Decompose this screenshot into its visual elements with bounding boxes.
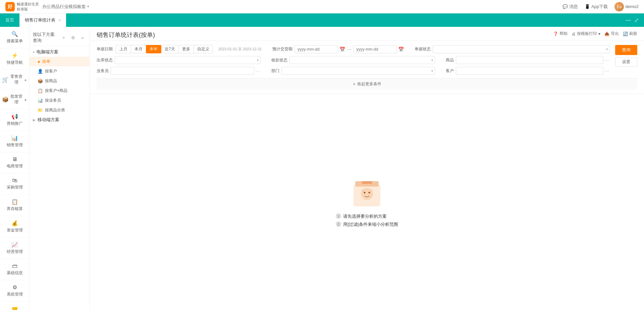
sidebar-item-marketing[interactable]: 📢 营销推广 — [0, 109, 29, 131]
receipt-status-select-wrap: ▾ — [289, 56, 435, 64]
help-btn[interactable]: ❓ 帮助 — [553, 31, 568, 37]
sidebar-item-finance[interactable]: 💰 资金管理 — [0, 216, 29, 238]
date-to-input[interactable] — [353, 45, 397, 53]
date-tab-this-year[interactable]: 本年 — [146, 45, 161, 53]
empty-tips: 1 请先选择要分析的方案 2 用[过滤]条件来缩小分析范围 — [336, 213, 398, 229]
scheme-by-salesman-icon: 📊 — [38, 98, 43, 103]
query-btn[interactable]: 查询 — [615, 45, 637, 55]
help-icon: ❓ — [553, 32, 558, 36]
refresh-btn[interactable]: 🔄 刷新 — [623, 31, 637, 37]
cal-from-icon[interactable]: 📅 — [339, 47, 345, 52]
panel-collapse-btn[interactable]: « — [79, 34, 86, 41]
search-menu-icon: 🔍 — [11, 31, 18, 37]
settings-btn[interactable]: 设置 — [615, 57, 637, 67]
app-title-area[interactable]: 办公用品行业模拟账套 ▾ — [42, 4, 89, 10]
out-status-select-wrap: ▾ — [115, 56, 261, 64]
sidebar-item-sales[interactable]: 📊 销售管理 — [0, 131, 29, 152]
maximize-icon[interactable]: ⤢ — [634, 17, 639, 23]
app-download-action[interactable]: 📱 App下载 — [585, 4, 608, 10]
order-status-select[interactable] — [433, 45, 610, 53]
collapse-text: 收起更多条件 — [357, 82, 381, 86]
out-status-select[interactable] — [115, 56, 261, 64]
mobile-section-title[interactable]: ▶ 移动端方案 — [30, 115, 90, 124]
sidebar-item-ecommerce[interactable]: 🖥 电商管理 — [0, 152, 29, 173]
salesman-input[interactable] — [111, 67, 254, 75]
enterprise-icon: 🤝 — [11, 306, 18, 310]
sidebar-item-system[interactable]: ⚙ 系统管理 — [0, 280, 29, 302]
window-title-chevron[interactable]: ▾ — [87, 4, 89, 9]
sidebar-item-enterprise[interactable]: 🤝 企业协同 — [0, 302, 29, 310]
print-btn[interactable]: 🖨 按模板打印 ▾ — [572, 31, 600, 37]
scheme-item-by-cust-prod[interactable]: 📋 按客户+商品 — [30, 86, 90, 96]
tab-close-btn[interactable]: × — [59, 18, 61, 22]
receipt-status-select[interactable] — [289, 56, 435, 64]
tab-active[interactable]: 销售订单统计表 × — [19, 13, 66, 27]
customer-more-btn[interactable]: ··· — [605, 68, 610, 73]
desktop-expand-icon: ▾ — [33, 50, 35, 54]
wholesale-icon: 📦 — [2, 96, 9, 103]
inventory-icon: 📋 — [11, 199, 18, 205]
product-more-btn[interactable]: ··· — [605, 57, 610, 63]
sidebar-item-retail[interactable]: 🛒 零售管理 ▲ — [0, 70, 29, 90]
export-btn[interactable]: 📤 导出 — [604, 31, 619, 37]
scheme-item-by-category[interactable]: 📁 按商品分类 — [30, 105, 90, 115]
scheme-item-by-salesman[interactable]: 📊 按业务员 — [30, 96, 90, 105]
date-tab-this-month[interactable]: 本月 — [131, 45, 146, 53]
scheme-item-by-order[interactable]: ● 按单 — [30, 57, 90, 66]
sidebar-item-wholesale[interactable]: 📦 批发管理 ▲ — [0, 90, 29, 109]
product-input[interactable] — [456, 56, 603, 64]
receipt-status-cell: 收款状态 ▾ — [266, 56, 441, 64]
salesman-label: 业务员 — [97, 68, 109, 74]
date-filter-row: 单据日期 上月 本月 本年 近7天 更多 自定义 2023-01-01 至 20… — [97, 45, 610, 53]
sidebar-item-base[interactable]: 🗃 基础信息 — [0, 259, 29, 280]
expected-date-label: 预计交货期 — [272, 46, 292, 52]
sidebar-item-inventory[interactable]: 📋 库存核算 — [0, 195, 29, 216]
customer-input[interactable] — [456, 67, 603, 75]
top-bar: 好 畅捷通好生意 标准版 办公用品行业模拟账套 ▾ 💬 消息 📱 App下载 E… — [0, 0, 644, 13]
order-status-label: 单据状态 — [415, 46, 431, 52]
left-panel: 按以下方案查询 + ⚙ « ▾ 电脑端方案 ● 按单 👤 按客户 📦 按商品 📋… — [30, 27, 90, 310]
scheme-item-by-customer[interactable]: 👤 按客户 — [30, 66, 90, 76]
app-icon: 📱 — [585, 4, 590, 9]
product-label: 商品 — [446, 57, 454, 63]
desktop-section-title[interactable]: ▾ 电脑端方案 — [30, 47, 90, 57]
salesman-more-btn[interactable]: ··· — [256, 68, 261, 73]
sidebar-item-search-menu[interactable]: 🔍 搜索菜单 — [0, 27, 29, 48]
sidebar-item-quick-nav[interactable]: ⚡ 快捷导航 — [0, 48, 29, 70]
print-arrow[interactable]: ▾ — [598, 32, 600, 36]
print-icon: 🖨 — [572, 32, 576, 36]
tab-home[interactable]: 首页 — [0, 13, 19, 27]
filter-row-2: 出库状态 ▾ 收款状态 ▾ — [97, 56, 610, 64]
dept-select[interactable] — [281, 67, 435, 75]
date-tab-custom[interactable]: 自定义 — [194, 45, 213, 53]
out-status-label: 出库状态 — [97, 57, 113, 63]
user-area[interactable]: Ea demo2 — [614, 2, 639, 11]
minimize-icon[interactable]: — — [626, 17, 631, 23]
panel-add-btn[interactable]: + — [60, 34, 67, 41]
panel-settings-btn[interactable]: ⚙ — [69, 34, 77, 41]
order-status-section: 单据状态 ▾ — [415, 45, 610, 53]
scheme-item-by-product[interactable]: 📦 按商品 — [30, 76, 90, 86]
salesman-cell: 业务员 ··· — [97, 67, 266, 75]
date-tab-last-month[interactable]: 上月 — [116, 45, 131, 53]
date-tab-last-7[interactable]: 近7天 — [161, 45, 179, 53]
collapse-row[interactable]: ∧ 收起更多条件 — [97, 78, 637, 90]
mobile-section-label: 移动端方案 — [38, 117, 59, 123]
sidebar-item-ops[interactable]: 📈 经营管理 — [0, 238, 29, 259]
user-name: demo2 — [625, 4, 639, 9]
date-from-input[interactable] — [294, 45, 338, 53]
expected-date-section: 预计交货期 📅 — 📅 — [272, 45, 404, 53]
customer-label: 客户 — [446, 68, 454, 74]
svg-point-3 — [361, 188, 373, 200]
refresh-icon: 🔄 — [623, 32, 628, 36]
product-input-wrap: ··· — [456, 56, 610, 64]
top-bar-left: 好 畅捷通好生意 标准版 办公用品行业模拟账套 ▾ — [5, 2, 89, 11]
scheme-by-product-icon: 📦 — [38, 79, 43, 84]
date-tab-more[interactable]: 更多 — [178, 45, 194, 53]
message-action[interactable]: 💬 消息 — [562, 4, 578, 10]
cal-to-icon[interactable]: 📅 — [398, 47, 404, 52]
finance-icon: 💰 — [11, 220, 18, 226]
message-icon: 💬 — [562, 4, 568, 9]
sidebar-item-purchase[interactable]: 🛍 采购管理 — [0, 173, 29, 195]
dept-label: 部门 — [271, 68, 279, 74]
